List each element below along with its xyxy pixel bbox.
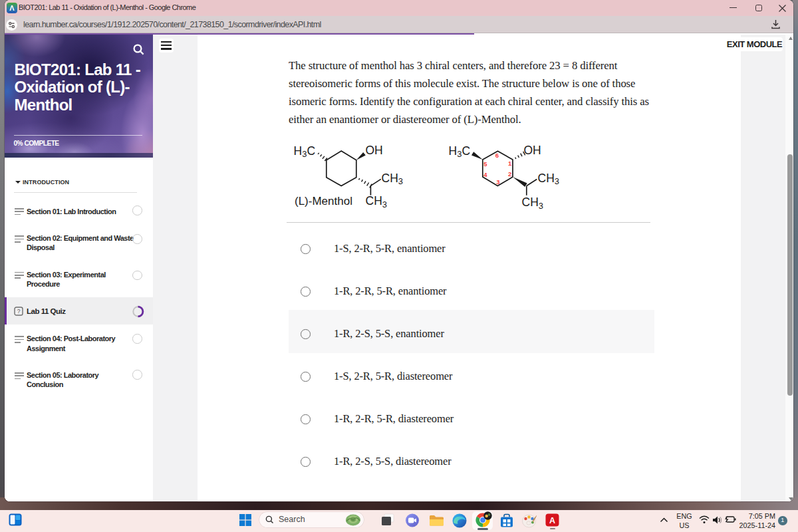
svg-text:5: 5 <box>483 160 487 168</box>
svg-text:H3C: H3C <box>449 144 471 160</box>
svg-text:4: 4 <box>483 171 487 178</box>
svg-text:?: ? <box>17 308 20 315</box>
svg-text:(L)-Menthol: (L)-Menthol <box>295 195 352 207</box>
svg-text:CH3: CH3 <box>522 196 544 211</box>
svg-text:CH3: CH3 <box>538 172 560 187</box>
svg-text:A: A <box>549 516 555 525</box>
svg-text:3: 3 <box>496 178 499 186</box>
svg-text:OH: OH <box>366 144 383 157</box>
svg-text:CH3: CH3 <box>366 194 388 209</box>
svg-text:6: 6 <box>495 152 499 159</box>
svg-text:H3C: H3C <box>294 144 316 160</box>
svg-text:CH3: CH3 <box>382 172 404 187</box>
svg-text:1: 1 <box>508 160 512 167</box>
svg-text:OH: OH <box>524 144 541 157</box>
svg-text:2: 2 <box>508 170 511 178</box>
